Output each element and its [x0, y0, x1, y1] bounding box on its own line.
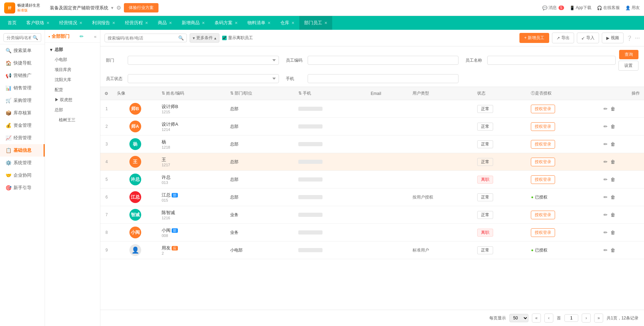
- nav-close-部门员工[interactable]: ✕: [324, 16, 327, 30]
- nav-close-新增商品[interactable]: ✕: [202, 16, 205, 30]
- sidebar-search-input[interactable]: [7, 35, 31, 40]
- show-resign-label[interactable]: 显示离职员工: [222, 35, 253, 41]
- auth-btn[interactable]: 授权登录: [531, 158, 555, 166]
- filter-empcode-input[interactable]: [308, 56, 459, 65]
- edit-btn[interactable]: ✏: [604, 106, 608, 112]
- add-employee-button[interactable]: + 新增员工: [519, 33, 549, 43]
- nav-close-物料清单[interactable]: ✕: [267, 16, 271, 30]
- edit-btn[interactable]: ✏: [604, 212, 608, 218]
- reset-button[interactable]: 设置: [618, 61, 638, 71]
- export-button[interactable]: ↗ 导出: [552, 33, 574, 43]
- dept-node-总部[interactable]: 总部: [45, 105, 100, 115]
- auth-btn[interactable]: 授权登录: [531, 228, 555, 237]
- edit-btn[interactable]: ✏: [604, 159, 608, 165]
- sidebar-item-采购管理[interactable]: 🛒采购管理: [0, 94, 45, 107]
- filter-phone-input[interactable]: [308, 74, 459, 83]
- settings-icon[interactable]: ⚙: [116, 5, 121, 11]
- sidebar-item-企业协同[interactable]: 🤝企业协同: [0, 169, 45, 182]
- filter-btn[interactable]: ▾ 更多条件 ▴: [190, 33, 219, 43]
- nav-close-仓库[interactable]: ✕: [291, 16, 294, 30]
- delete-btn[interactable]: 🗑: [610, 159, 615, 165]
- sidebar-item-库存核算[interactable]: 📦库存核算: [0, 107, 45, 119]
- th-name[interactable]: ⇅ 姓名/编码: [157, 87, 226, 100]
- help-icon[interactable]: ❔: [626, 35, 632, 41]
- sidebar-search-box[interactable]: 🔍: [3, 33, 41, 42]
- trial-btn[interactable]: 体验行业方案: [124, 3, 158, 12]
- delete-btn[interactable]: 🗑: [610, 212, 615, 218]
- dept-all-label[interactable]: ▪ 全部部门: [48, 33, 70, 39]
- search-input[interactable]: [108, 36, 177, 41]
- auth-btn[interactable]: 授权登录: [531, 211, 555, 219]
- td-auth[interactable]: 授权登录: [527, 153, 599, 171]
- sidebar-item-快捷导航[interactable]: 🏠快捷导航: [0, 57, 45, 69]
- td-auth[interactable]: 授权登录: [527, 135, 599, 153]
- sidebar-item-搜索菜单[interactable]: 🔍搜索菜单: [0, 44, 45, 57]
- app-download-btn[interactable]: 📱 App下载: [570, 5, 591, 11]
- nav-item-客户联络[interactable]: 客户联络✕: [21, 16, 54, 30]
- prev-page-btn[interactable]: ‹: [544, 314, 553, 323]
- delete-btn[interactable]: 🗑: [610, 124, 615, 129]
- filter-status-select[interactable]: [128, 74, 279, 83]
- nav-item-物料清单[interactable]: 物料清单✕: [243, 16, 275, 30]
- auth-btn[interactable]: 授权登录: [531, 175, 555, 184]
- filter-dept-select[interactable]: [128, 56, 279, 65]
- sidebar-item-营销推广[interactable]: 📢营销推广: [0, 69, 45, 82]
- nav-item-经营历程[interactable]: 经营历程✕: [120, 16, 153, 30]
- next-page-btn[interactable]: ›: [582, 314, 591, 323]
- td-auth[interactable]: 授权登录: [527, 206, 599, 224]
- filter-empname-input[interactable]: [487, 56, 616, 65]
- td-auth[interactable]: 授权登录: [527, 100, 599, 118]
- nav-item-经营情况[interactable]: 经营情况✕: [54, 16, 87, 30]
- td-auth[interactable]: 授权登录: [527, 171, 599, 188]
- dept-edit-icon[interactable]: ✏: [80, 34, 84, 39]
- dropdown-icon[interactable]: ▾: [111, 5, 114, 10]
- dept-node-配货[interactable]: 配货: [45, 85, 100, 95]
- nav-item-首页[interactable]: 首页: [3, 16, 21, 30]
- dept-node-项目库房[interactable]: 项目库房: [45, 65, 100, 75]
- dept-collapse-icon[interactable]: «: [94, 34, 97, 39]
- sidebar-item-经营管理[interactable]: 📈经营管理: [0, 132, 45, 144]
- th-phone[interactable]: ⇅ 手机: [294, 87, 366, 100]
- delete-btn[interactable]: 🗑: [610, 106, 615, 112]
- edit-btn[interactable]: ✏: [604, 141, 608, 147]
- edit-btn[interactable]: ✏: [604, 230, 608, 235]
- delete-btn[interactable]: 🗑: [610, 194, 615, 200]
- sidebar-item-销售管理[interactable]: 📊销售管理: [0, 82, 45, 94]
- td-auth[interactable]: 授权登录: [527, 118, 599, 135]
- dept-node-小电部[interactable]: 小电部: [45, 55, 100, 65]
- more-icon[interactable]: ⋯: [635, 35, 640, 41]
- edit-btn[interactable]: ✏: [604, 194, 608, 200]
- auth-btn[interactable]: 授权登录: [531, 140, 555, 149]
- page-size-select[interactable]: 50 20 100: [509, 314, 528, 322]
- nav-item-仓库[interactable]: 仓库✕: [275, 16, 299, 30]
- td-auth[interactable]: 授权登录: [527, 224, 599, 241]
- nav-item-条码方案[interactable]: 条码方案✕: [210, 16, 243, 30]
- query-button[interactable]: 查询: [619, 50, 638, 59]
- page-input[interactable]: [564, 314, 578, 322]
- first-page-btn[interactable]: «: [532, 314, 541, 323]
- delete-btn[interactable]: 🗑: [610, 247, 615, 253]
- edit-btn[interactable]: ✏: [604, 177, 608, 182]
- edit-btn[interactable]: ✏: [604, 247, 608, 253]
- th-settings[interactable]: ⚙: [100, 87, 113, 100]
- delete-btn[interactable]: 🗑: [610, 177, 615, 182]
- td-auth[interactable]: ●已授权: [527, 241, 599, 259]
- nav-item-商品[interactable]: 商品✕: [153, 16, 177, 30]
- dept-node-总部[interactable]: ▼ 总部: [45, 45, 100, 55]
- delete-btn[interactable]: 🗑: [610, 230, 615, 235]
- sidebar-item-资金管理[interactable]: 💰资金管理: [0, 119, 45, 132]
- dept-node-植树王三[interactable]: 植树王三: [45, 115, 100, 125]
- td-auth[interactable]: ●已授权: [527, 188, 599, 206]
- nav-close-经营情况[interactable]: ✕: [79, 16, 82, 30]
- nav-close-客户联络[interactable]: ✕: [46, 16, 49, 30]
- dept-node-沈阳大库[interactable]: 沈阳大库: [45, 75, 100, 85]
- auth-btn[interactable]: 授权登录: [531, 122, 555, 131]
- view-button[interactable]: ▶ 视频: [602, 33, 624, 43]
- nav-item-部门员工[interactable]: 部门员工✕: [299, 16, 332, 30]
- nav-item-利润报告[interactable]: 利润报告✕: [87, 16, 120, 30]
- import-button[interactable]: ↙ 导入: [577, 33, 599, 43]
- nav-item-新增商品[interactable]: 新增商品✕: [177, 16, 210, 30]
- nav-close-利润报告[interactable]: ✕: [112, 16, 115, 30]
- sidebar-item-系统管理[interactable]: ⚙️系统管理: [0, 157, 45, 169]
- sidebar-item-基础信息[interactable]: 📋基础信息: [0, 144, 45, 157]
